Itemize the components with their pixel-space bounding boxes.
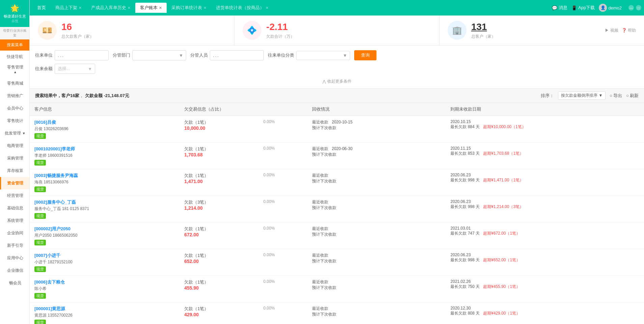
- sidebar-item-marketing[interactable]: 营销推广: [0, 90, 29, 102]
- overdue-link[interactable]: 超期¥672.00（1笔）: [483, 231, 520, 236]
- search-button[interactable]: 查询: [354, 50, 376, 60]
- customer-name-link[interactable]: [0016]吕俊: [34, 120, 56, 125]
- sidebar-item-batch-mgmt[interactable]: 批发管理 ▼: [0, 127, 29, 140]
- overdue-link[interactable]: 超期¥10,000.00（1笔）: [483, 124, 526, 129]
- customer-name-link[interactable]: [0002]服务中心_丁磊: [34, 200, 76, 205]
- cell-due-date: 2020.12.30 最长欠款 808 天 超期¥429.00（1笔）: [446, 302, 644, 324]
- help-btn[interactable]: ❓ 帮助: [622, 28, 636, 33]
- customer-phone: 陈小希: [34, 286, 175, 292]
- quick-nav-label[interactable]: 快捷导航: [0, 51, 29, 61]
- table-row: [0001020001]李老师 李老师 18600391516 现货 欠款（1笔…: [30, 143, 644, 169]
- sidebar-item-wechat-biz[interactable]: 企业微信: [0, 264, 29, 277]
- tab-customer-account[interactable]: 客户账本 ✕: [135, 3, 167, 13]
- sidebar-item-inventory[interactable]: 库存核算: [0, 165, 29, 177]
- next-collection-label: 预计下次收款: [312, 285, 419, 291]
- sidebar-item-retail-shop[interactable]: 零售商城: [0, 77, 29, 90]
- cell-customer-info: [000001]黄思源 黄思源 13552700226 现货: [30, 302, 179, 324]
- overdue-link[interactable]: 超期¥455.90（1笔）: [483, 284, 520, 289]
- tab-product-history[interactable]: 产成品入库单历史 ✕: [86, 3, 135, 13]
- sidebar-item-ecommerce[interactable]: 电商管理: [0, 140, 29, 152]
- overdue-link[interactable]: 超期¥1,471.00（1笔）: [483, 178, 524, 182]
- category-filter-select[interactable]: ▼: [296, 51, 350, 60]
- debt-amount-link[interactable]: 672.00: [184, 232, 254, 237]
- overdue-link[interactable]: 超期¥1,214.00（3笔）: [483, 204, 524, 209]
- recent-label: 最近收款: [312, 253, 419, 258]
- overdue-link[interactable]: 超期¥652.00（1笔）: [483, 258, 520, 262]
- maximize-btn[interactable]: □: [636, 5, 641, 10]
- debt-amount-link[interactable]: 1,471.00: [184, 179, 254, 184]
- cell-recent-collection: 最近收款 预计下次收款: [307, 276, 423, 302]
- sidebar-item-member[interactable]: 会员中心: [0, 102, 29, 115]
- refresh-btn[interactable]: ○ 刷新: [626, 93, 639, 99]
- sidebar-logo[interactable]: 🌟 畅捷通好生意 示范: [0, 0, 29, 27]
- debt-amount-link[interactable]: 1,214.00: [184, 205, 254, 211]
- video-btn[interactable]: ▶ 视频: [605, 28, 618, 33]
- sort-select[interactable]: 按欠款金额倒序排序 ▼: [558, 91, 606, 100]
- customer-filter-input[interactable]: ...: [55, 50, 109, 60]
- max-overdue-days: 最长欠款 750 天 超期¥455.90（1笔）: [450, 284, 639, 290]
- tab-products-offshelf[interactable]: 商品上下架 ✕: [51, 3, 86, 13]
- sidebar-item-guide[interactable]: 新手引导: [0, 239, 29, 252]
- sidebar-item-vip[interactable]: 畅会员: [0, 277, 29, 289]
- user-avatar[interactable]: 👤 demo2: [599, 4, 622, 12]
- due-date-value: 2020.10.15: [450, 119, 639, 124]
- balance-filter-select[interactable]: 选择... ▼: [55, 64, 95, 74]
- customer-name-link[interactable]: [0007]小进千: [34, 253, 60, 258]
- app-download-btn[interactable]: 📱 App下载: [571, 5, 595, 11]
- sidebar-item-enterprise[interactable]: 企业协同: [0, 227, 29, 239]
- overdue-link[interactable]: 超期¥1,703.68（1笔）: [483, 151, 524, 156]
- cell-debt-pct: 0.00%: [259, 196, 308, 223]
- sidebar-item-retail-mgmt[interactable]: 零售管理 ▲: [0, 61, 29, 77]
- minimize-btn[interactable]: —: [628, 5, 634, 10]
- sidebar-item-operations[interactable]: 经营管理: [0, 189, 29, 202]
- cell-customer-info: [0006]去下粮仓 陈小希 现货: [30, 276, 179, 302]
- sidebar-item-app-center[interactable]: 应用中心: [0, 252, 29, 264]
- tab-home[interactable]: 首页: [32, 3, 51, 13]
- sidebar-item-system[interactable]: 系统管理: [0, 214, 29, 227]
- cell-debt-pct: 0.00%: [259, 302, 308, 324]
- total-customers-label: 总客户（家）: [471, 34, 496, 39]
- debt-percent: 0.00%: [263, 199, 303, 204]
- customer-name-link[interactable]: [0003]畅捷服务尹海蕊: [34, 173, 78, 178]
- debt-amount-link[interactable]: 652.00: [184, 259, 254, 264]
- customer-name-link[interactable]: [0006]去下粮仓: [34, 279, 65, 285]
- customer-name-link[interactable]: [000002]用户2050: [34, 226, 71, 231]
- collapse-bar[interactable]: ⋀ 收起更多条件: [35, 77, 639, 86]
- table-row: [0016]吕俊 吕俊 13026203696 现货 欠款（1笔） 10,000…: [30, 116, 644, 143]
- sidebar-item-finance[interactable]: 资金管理: [0, 177, 29, 189]
- table-row: [0006]去下粮仓 陈小希 现货 欠款（1笔） 455.90 0.00% 最近…: [30, 276, 644, 302]
- tab-instock-stats[interactable]: 进货单统计表（按商品） ✕: [211, 3, 273, 13]
- dept-filter-select[interactable]: ▼: [132, 50, 186, 60]
- close-icon[interactable]: ✕: [128, 6, 131, 10]
- debt-amount-link[interactable]: 455.90: [184, 285, 254, 291]
- recent-label: 最近收款: [312, 173, 419, 178]
- result-bar: 搜索结果中，客户16家， 欠款金额 -21,148.07元 排序： 按欠款金额倒…: [30, 89, 644, 103]
- customer-name-link[interactable]: [000001]黄思源: [34, 306, 65, 311]
- category-filter-label: 往来单位分类: [268, 52, 294, 58]
- debt-amount-link[interactable]: 1,703.68: [184, 152, 254, 157]
- app-name: 畅捷通好生意: [0, 14, 29, 19]
- sort-value: 按欠款金额倒序排序: [561, 93, 597, 98]
- close-icon[interactable]: ✕: [203, 6, 206, 10]
- customer-phone: 服务中心_丁磊 181 0125 8371: [34, 206, 175, 212]
- debt-count: 欠款（1笔）: [184, 119, 254, 125]
- debt-percent: 0.00%: [263, 119, 303, 124]
- customer-name-link[interactable]: [0001020001]李老师: [34, 146, 75, 151]
- message-btn[interactable]: 💬 消息: [552, 5, 567, 11]
- person-filter-input[interactable]: ...: [210, 50, 264, 60]
- close-icon[interactable]: ✕: [265, 6, 269, 10]
- export-btn[interactable]: ○ 导出: [610, 93, 622, 99]
- tab-purchase-stats[interactable]: 采购订单统计表 ✕: [167, 3, 211, 13]
- close-icon[interactable]: ✕: [79, 6, 82, 10]
- sidebar-item-basic-info[interactable]: 基础信息: [0, 202, 29, 214]
- sidebar-item-purchase[interactable]: 采购管理: [0, 152, 29, 165]
- sidebar-item-retail-stats[interactable]: 零售统计: [0, 115, 29, 127]
- debt-count: 欠款（1笔）: [184, 253, 254, 259]
- debt-amount-link[interactable]: 429.00: [184, 312, 254, 317]
- overdue-link[interactable]: 超期¥429.00（1笔）: [483, 311, 520, 316]
- debt-amount-link[interactable]: 10,000.00: [184, 125, 254, 131]
- sidebar: 🌟 畅捷通好生意 示范 母婴行业演示账套 搜索菜单 快捷导航 零售管理 ▲ 零售…: [0, 0, 30, 324]
- search-menu-btn[interactable]: 搜索菜单: [0, 39, 29, 51]
- dept-arrow: ▼: [179, 53, 183, 58]
- close-icon[interactable]: ✕: [159, 6, 162, 10]
